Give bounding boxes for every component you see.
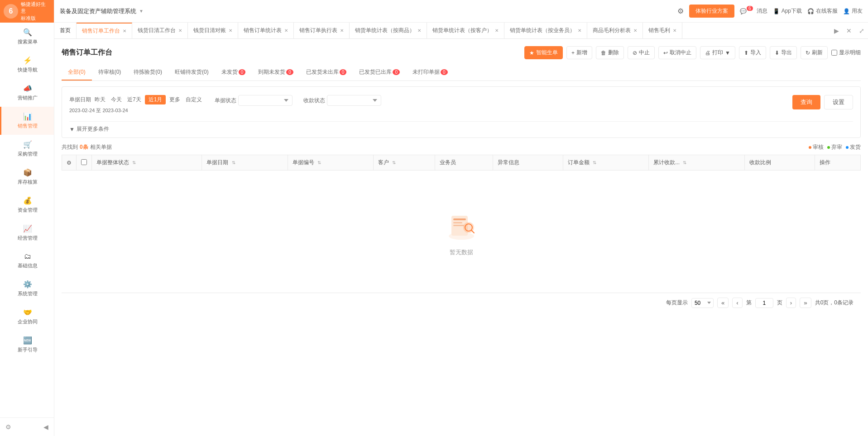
tab-close-sales-exec[interactable]: ✕ <box>340 28 344 33</box>
tab-scroll-right-btn[interactable]: ▶ <box>830 27 843 34</box>
export-btn[interactable]: ⬇ 导出 <box>770 46 797 59</box>
filter-tab-shipped-not-in[interactable]: 已发货未出库0 <box>300 65 353 81</box>
delete-btn[interactable]: 🗑 删除 <box>596 46 624 59</box>
sidebar-item-system[interactable]: ⚙️ 系统管理 <box>0 275 54 303</box>
sort-number-icon[interactable]: ⇅ <box>317 160 321 165</box>
tab-close-summary-staff[interactable]: ✕ <box>578 28 581 33</box>
filter-tab-all[interactable]: 全部(0) <box>62 65 92 81</box>
tab-close-cash-daily[interactable]: ✕ <box>178 28 182 33</box>
tab-cash-account[interactable]: 钱货日清对账 ✕ <box>188 23 238 39</box>
tab-close-summary-customer[interactable]: ✕ <box>495 28 499 33</box>
tab-sales-workbench[interactable]: 销售订单工作台 ✕ <box>77 23 132 39</box>
page-size-label: 每页显示 <box>666 299 688 307</box>
sort-status-icon[interactable]: ⇅ <box>132 160 136 165</box>
sidebar-item-finance[interactable]: 💰 资金管理 <box>0 191 54 219</box>
tab-close-sales-profit[interactable]: ✕ <box>673 28 676 33</box>
show-details-checkbox[interactable]: 显示明细 <box>831 49 861 57</box>
service-btn[interactable]: 🎧 在线客服 <box>807 7 838 15</box>
review-action-btn[interactable]: 审核 <box>809 143 824 151</box>
tab-sales-stats[interactable]: 销售订单统计表 ✕ <box>238 23 294 39</box>
tab-cash-daily[interactable]: 钱货日清工作台 ✕ <box>132 23 188 39</box>
status-select[interactable] <box>238 95 293 106</box>
page-size-select[interactable]: 50 10 20 100 <box>691 298 714 308</box>
import-btn[interactable]: ⬆ 导入 <box>739 46 766 59</box>
column-settings-icon[interactable]: ⚙ <box>67 160 72 166</box>
sidebar-item-guide[interactable]: 🆕 新手引导 <box>0 331 54 359</box>
date-btn-custom[interactable]: 自定义 <box>184 95 204 104</box>
cancel-review-btn[interactable]: 弃审 <box>827 143 842 151</box>
sort-amount-icon[interactable]: ⇅ <box>593 160 596 165</box>
tab-close-gross-profit[interactable]: ✕ <box>633 28 637 33</box>
sidebar-item-quick[interactable]: ⚡ 快捷导航 <box>0 51 54 79</box>
dropdown-arrow-icon[interactable]: ▼ <box>139 9 144 14</box>
select-all-checkbox[interactable] <box>81 159 87 165</box>
first-page-btn[interactable]: « <box>717 298 729 308</box>
tab-sales-summary-product[interactable]: 销货单统计表（按商品） ✕ <box>350 23 427 39</box>
filter-tab-pending-inspect[interactable]: 待拣验货(0) <box>127 65 168 81</box>
tab-sales-summary-customer[interactable]: 销货单统计表（按客户） ✕ <box>427 23 504 39</box>
expand-conditions-btn[interactable]: ▼ 展开更多条件 <box>69 125 853 133</box>
user-btn[interactable]: 👤 用友 <box>843 7 863 15</box>
filter-tab-not-printed[interactable]: 未打印单据0 <box>406 65 454 81</box>
sidebar-item-basic[interactable]: 🗂 基础信息 <box>0 247 54 275</box>
date-btn-today[interactable]: 今天 <box>109 95 124 104</box>
smart-gen-btn[interactable]: ★ 智能生单 <box>524 46 563 59</box>
sidebar-item-operations[interactable]: 📈 经营管理 <box>0 219 54 247</box>
tab-home[interactable]: 首页 <box>54 23 77 39</box>
filter-tab-not-shipped[interactable]: 未发货0 <box>215 65 252 81</box>
add-btn[interactable]: + 新增 <box>566 46 592 59</box>
sort-collected-icon[interactable]: ⇅ <box>683 160 686 165</box>
prev-page-btn[interactable]: ‹ <box>732 298 742 308</box>
tab-sales-summary-staff[interactable]: 销货单统计表（按业务员） ✕ <box>504 23 587 39</box>
sidebar-item-enterprise[interactable]: 🤝 企业协同 <box>0 303 54 331</box>
date-btn-7days[interactable]: 近7天 <box>125 95 143 104</box>
settings-footer-btn[interactable]: ⚙ <box>5 423 11 431</box>
stop-btn[interactable]: ⊘ 中止 <box>628 46 655 59</box>
next-page-btn[interactable]: › <box>786 298 796 308</box>
sidebar-item-sales[interactable]: 📊 销售管理 <box>0 107 54 135</box>
app-download-btn[interactable]: 📱 App下载 <box>773 7 802 15</box>
message-badge: 6 <box>747 6 753 11</box>
filter-tab-wangpu[interactable]: 旺铺待发货(0) <box>168 65 215 81</box>
date-btn-more[interactable]: 更多 <box>168 95 182 104</box>
tab-close-cash-account[interactable]: ✕ <box>229 28 232 33</box>
sort-customer-icon[interactable]: ⇅ <box>392 160 396 165</box>
tab-close-sales-workbench[interactable]: ✕ <box>123 28 126 33</box>
filter-settings-btn[interactable]: 设置 <box>824 95 853 109</box>
query-btn[interactable]: 查询 <box>792 95 820 109</box>
settings-icon[interactable]: ⚙ <box>677 7 684 15</box>
date-btn-1month[interactable]: 近1月 <box>145 95 166 104</box>
export-icon: ⬇ <box>775 50 779 56</box>
last-page-btn[interactable]: » <box>800 298 811 308</box>
refresh-btn[interactable]: ↻ 刷新 <box>801 46 828 59</box>
tab-close-summary-product[interactable]: ✕ <box>417 28 421 33</box>
message-btn[interactable]: 💬 6 消息 <box>740 7 767 15</box>
results-bar: 共找到 0条 相关单据 审核 弃审 发货 <box>62 143 861 151</box>
sort-date-icon[interactable]: ⇅ <box>232 160 235 165</box>
payment-select[interactable] <box>327 95 381 106</box>
tab-sales-profit[interactable]: 销售毛利 ✕ <box>643 23 682 39</box>
tab-close-sales-stats[interactable]: ✕ <box>284 28 288 33</box>
filter-tab-expired[interactable]: 到期未发货0 <box>252 65 300 81</box>
filter-tab-pending-review[interactable]: 待审核(0) <box>92 65 128 81</box>
print-dropdown-icon[interactable]: ▼ <box>725 50 730 56</box>
collapse-btn[interactable]: ◀ <box>43 423 48 431</box>
page-input[interactable] <box>755 298 773 308</box>
tab-maximize-btn[interactable]: ⤢ <box>855 27 868 34</box>
filter-tab-shipped-in[interactable]: 已发货已出库0 <box>353 65 406 81</box>
pagination: 每页显示 50 10 20 100 « ‹ 第 页 › » 共0页，0条记录 <box>62 293 861 313</box>
tab-sales-exec[interactable]: 销售订单执行表 ✕ <box>294 23 350 39</box>
industry-btn[interactable]: 体验行业方案 <box>689 5 734 18</box>
tab-gross-profit[interactable]: 商品毛利分析表 ✕ <box>587 23 643 39</box>
sidebar-item-purchase[interactable]: 🛒 采购管理 <box>0 135 54 163</box>
show-details-input[interactable] <box>831 50 837 56</box>
sidebar-item-search[interactable]: 🔍 搜索菜单 <box>0 23 54 51</box>
tab-close-all-btn[interactable]: ✕ <box>843 27 855 34</box>
sidebar-item-inventory[interactable]: 📦 库存核算 <box>0 163 54 191</box>
sidebar-item-marketing[interactable]: 📣 营销推广 <box>0 79 54 107</box>
print-btn[interactable]: 🖨 打印 ▼ <box>700 46 735 59</box>
ship-action-btn[interactable]: 发货 <box>846 143 861 151</box>
cancel-stop-btn[interactable]: ↩ 取消中止 <box>658 46 696 59</box>
date-btn-yesterday[interactable]: 昨天 <box>93 95 107 104</box>
content-area: 销售订单工作台 ★ 智能生单 + 新增 🗑 删除 ⊘ <box>54 39 868 436</box>
